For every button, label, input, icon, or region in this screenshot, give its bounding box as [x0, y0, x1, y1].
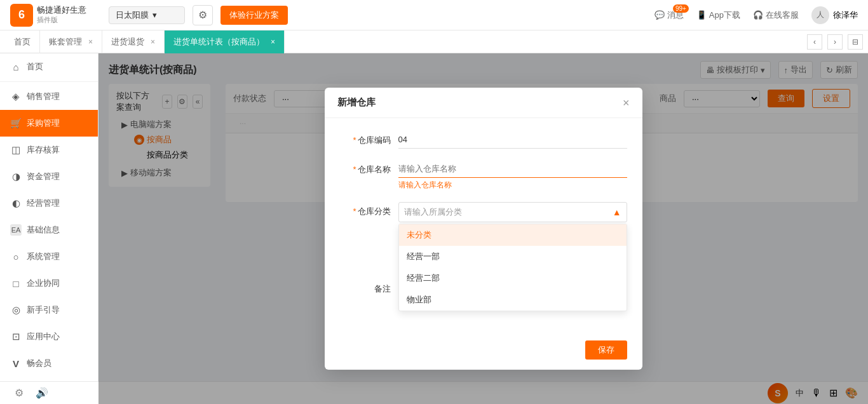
dialog: 新增仓库 × *仓库编码	[325, 88, 642, 370]
tab-controls: ‹ › ⊟	[807, 34, 863, 50]
sidebar-item-enterprise[interactable]: □ 企业协同	[0, 270, 98, 297]
sidebar-label-inventory: 库存核算	[27, 144, 60, 156]
logo-sub: 插件版	[37, 15, 86, 25]
sidebar-item-home[interactable]: ⌂ 首页	[0, 53, 98, 80]
trial-button[interactable]: 体验行业方案	[220, 6, 288, 25]
notification-item[interactable]: 💬 消息 99+	[654, 10, 684, 21]
sidebar-item-basic[interactable]: EA 基础信息	[0, 217, 98, 243]
sidebar-label-operation: 经营管理	[27, 198, 60, 209]
header-right: 💬 消息 99+ 📱 App下载 🎧 在线客服 人 徐泽华	[654, 6, 858, 24]
sidebar-item-sales[interactable]: ◈ 销售管理	[0, 83, 98, 110]
code-input-wrap	[398, 131, 627, 149]
header-middle: 日太阳膜 ▾ ⚙ 体验行业方案	[109, 5, 654, 25]
sidebar-label-purchase: 采购管理	[27, 118, 60, 129]
category-dropdown: 未分类 经营一部 经营二部 物业部	[398, 224, 627, 311]
tab-account[interactable]: 账套管理 ×	[40, 30, 102, 53]
basic-icon: EA	[10, 224, 22, 236]
tab-home-label: 首页	[14, 36, 31, 48]
sidebar-label-enterprise: 企业协同	[27, 278, 60, 289]
dialog-overlay: 新增仓库 × *仓库编码	[98, 53, 868, 404]
category-required: *	[353, 206, 356, 216]
bottom-settings-icon[interactable]: ⚙	[10, 384, 28, 402]
tab-account-close[interactable]: ×	[88, 37, 93, 46]
service-item[interactable]: 🎧 在线客服	[753, 10, 799, 21]
bottom-left: ⚙ 🔊	[10, 384, 51, 402]
code-required: *	[353, 135, 356, 145]
sidebar-label-basic: 基础信息	[27, 224, 60, 236]
remark-label: 备注	[340, 279, 391, 295]
sidebar-item-purchase[interactable]: 🛒 采购管理	[0, 110, 98, 137]
tab-menu-button[interactable]: ⊟	[848, 34, 863, 50]
sidebar-item-member[interactable]: V 畅会员	[0, 350, 98, 377]
tab-prev-button[interactable]: ‹	[807, 34, 822, 50]
sidebar-label-member: 畅会员	[27, 358, 51, 369]
dropdown-item-0[interactable]: 未分类	[399, 224, 627, 246]
operation-icon: ◐	[10, 198, 22, 209]
chevron-up-icon: ▲	[613, 207, 621, 217]
user-avatar-area[interactable]: 人 徐泽华	[811, 6, 858, 24]
dialog-body: *仓库编码 *仓库名称	[325, 118, 642, 333]
form-row-code: *仓库编码	[340, 131, 627, 149]
app-download-item[interactable]: 📱 App下载	[696, 10, 740, 21]
sidebar-item-operation[interactable]: ◐ 经营管理	[0, 190, 98, 217]
tab-purchase-stats-close[interactable]: ×	[271, 37, 275, 46]
tab-account-label: 账套管理	[49, 36, 82, 48]
service-icon: 🎧	[753, 10, 763, 20]
category-placeholder: 请输入所属分类	[404, 206, 462, 218]
sidebar-label-finance: 资金管理	[27, 171, 60, 182]
save-button[interactable]: 保存	[585, 340, 627, 360]
sidebar-item-apps[interactable]: ⊡ 应用中心	[0, 323, 98, 350]
sidebar-label-guide: 新手引导	[27, 304, 60, 316]
dialog-close-button[interactable]: ×	[623, 97, 630, 109]
dropdown-item-2[interactable]: 经营二部	[399, 267, 627, 289]
page-wrapper: 6 畅捷通好生意 插件版 日太阳膜 ▾ ⚙ 体验行业方案 💬 消息 99+ 📱	[0, 0, 868, 404]
guide-icon: ◎	[10, 304, 22, 316]
sidebar-divider-1	[0, 81, 98, 82]
sidebar-item-system[interactable]: ○ 系统管理	[0, 243, 98, 270]
tab-purchase-stats[interactable]: 进货单统计表（按商品） ×	[165, 30, 285, 53]
tab-next-button[interactable]: ›	[827, 34, 843, 50]
sidebar-item-finance[interactable]: ◑ 资金管理	[0, 163, 98, 190]
tab-purchase-return[interactable]: 进货退货 ×	[102, 30, 165, 53]
chevron-down-icon: ▾	[153, 10, 157, 20]
sidebar-label-home: 首页	[27, 61, 43, 72]
tab-bar: 首页 账套管理 × 进货退货 × 进货单统计表（按商品） × ‹ › ⊟	[0, 30, 868, 53]
avatar: 人	[811, 6, 829, 24]
member-icon: V	[10, 358, 22, 369]
dialog-footer: 保存	[325, 333, 642, 370]
notification-icon: 💬	[654, 10, 665, 20]
inventory-icon: ◫	[10, 144, 22, 156]
name-input[interactable]	[398, 160, 627, 178]
sidebar: ⌂ 首页 ◈ 销售管理 🛒 采购管理 ◫ 库存核算 ◑ 资金管理 ◐	[0, 53, 98, 404]
system-icon: ○	[10, 251, 22, 262]
tab-purchase-return-label: 进货退货	[111, 36, 144, 48]
tab-purchase-return-close[interactable]: ×	[151, 37, 155, 46]
logo-text-area: 畅捷通好生意 插件版	[37, 5, 86, 25]
sidebar-label-apps: 应用中心	[27, 331, 60, 342]
logo-icon: 6	[10, 4, 33, 27]
sidebar-label-system: 系统管理	[27, 251, 60, 262]
code-input[interactable]	[398, 131, 627, 149]
tab-home[interactable]: 首页	[5, 30, 40, 53]
bottom-sound-icon[interactable]: 🔊	[33, 384, 51, 402]
sidebar-item-inventory[interactable]: ◫ 库存核算	[0, 137, 98, 163]
content-area: 进货单统计(按商品) 🖶 按模板打印 ▾ ↑ 导出 ↻ 刷新	[98, 53, 868, 404]
category-select[interactable]: 请输入所属分类 ▲	[398, 202, 627, 222]
category-label: *仓库分类	[340, 202, 391, 217]
sidebar-item-guide[interactable]: ◎ 新手引导	[0, 297, 98, 323]
dropdown-item-1[interactable]: 经营一部	[399, 246, 627, 267]
dropdown-item-3[interactable]: 物业部	[399, 289, 627, 311]
name-label: *仓库名称	[340, 160, 391, 175]
name-required: *	[353, 165, 356, 174]
username-label: 徐泽华	[833, 10, 858, 21]
sales-icon: ◈	[10, 91, 22, 102]
dialog-header: 新增仓库 ×	[325, 88, 642, 118]
store-selector[interactable]: 日太阳膜 ▾	[109, 6, 185, 24]
logo-area: 6 畅捷通好生意 插件版	[10, 4, 109, 27]
logo-text: 畅捷通好生意	[37, 5, 86, 16]
sidebar-label-sales: 销售管理	[27, 91, 60, 102]
main-layout: ⌂ 首页 ◈ 销售管理 🛒 采购管理 ◫ 库存核算 ◑ 资金管理 ◐	[0, 53, 868, 404]
dialog-title: 新增仓库	[337, 97, 376, 109]
apps-icon: ⊡	[10, 331, 22, 342]
settings-button[interactable]: ⚙	[193, 5, 213, 25]
